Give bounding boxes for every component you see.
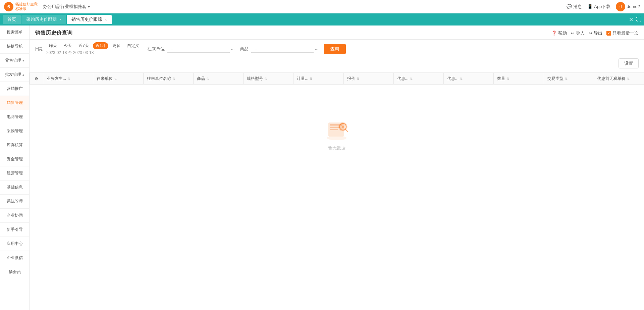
data-table: ⚙ 业务发生...⇅ 往来单位⇅ 往来单位名称⇅ 商品⇅	[30, 73, 644, 178]
sort-icon-partner-code: ⇅	[114, 77, 117, 81]
tab-close-all-icon[interactable]: ✕	[629, 16, 633, 23]
only-last-checkbox-label[interactable]: ✓ 只看最后一次	[606, 30, 639, 36]
sidebar-item-marketing[interactable]: 营销推广	[0, 82, 29, 96]
sort-icon-unit: ⇅	[310, 77, 312, 81]
sidebar-item-system[interactable]: 系统管理	[0, 195, 29, 209]
sidebar-item-search-menu[interactable]: 搜索菜单	[0, 25, 29, 40]
wholesale-label: 批发管理	[5, 72, 21, 78]
sort-icon-quote: ⇅	[357, 77, 359, 81]
sidebar-item-enterprise-collab[interactable]: 企业协同	[0, 209, 29, 223]
quick-nav-label: 快捷导航	[7, 44, 23, 49]
import-btn[interactable]: ↩ 导入	[571, 30, 585, 36]
partner-filter: 往来单位 ···	[147, 45, 234, 53]
goods-input-wrapper: ···	[251, 45, 318, 53]
date-tab-custom[interactable]: 自定义	[124, 42, 142, 49]
app-download-label: App下载	[594, 4, 610, 10]
th-settings[interactable]: ⚙	[30, 73, 43, 85]
th-transaction-type[interactable]: 交易类型⇅	[544, 73, 594, 85]
basic-info-label: 基础信息	[7, 185, 23, 190]
sidebar-item-finance[interactable]: 资金管理	[0, 152, 29, 166]
app-center-label: 应用中心	[7, 241, 23, 247]
sidebar-item-app-center[interactable]: 应用中心	[0, 237, 29, 251]
partner-dots-btn[interactable]: ···	[231, 47, 235, 52]
svg-line-7	[345, 129, 348, 132]
th-spec[interactable]: 规格型号⇅	[244, 73, 293, 85]
partner-label: 往来单位	[147, 46, 165, 52]
help-label: 帮助	[558, 30, 567, 36]
tab-bar: 首页 采购历史价跟踪 × 销售历史价跟踪 × ✕ ⛶	[0, 13, 644, 25]
sort-icon-spec: ⇅	[264, 77, 267, 81]
username: demo2	[627, 4, 640, 9]
sidebar-item-basic-info[interactable]: 基础信息	[0, 180, 29, 195]
th-quantity[interactable]: 数量⇅	[494, 73, 544, 85]
th-discount2[interactable]: 优惠...⇅	[444, 73, 494, 85]
sales-label: 销售管理	[7, 100, 23, 106]
date-tab-7days[interactable]: 近7天	[76, 42, 92, 49]
wholesale-arrow-icon: ▴	[22, 73, 24, 76]
message-btn[interactable]: 💬 消息	[567, 4, 582, 10]
date-tab-1month[interactable]: 近1月	[93, 42, 109, 49]
sidebar-item-beginner[interactable]: 新手引导	[0, 223, 29, 237]
tab-home[interactable]: 首页	[3, 15, 21, 24]
tab-purchase-close[interactable]: ×	[59, 17, 61, 21]
partner-input[interactable]	[167, 45, 229, 53]
avatar: d	[616, 2, 625, 11]
goods-dots-btn[interactable]: ···	[315, 47, 319, 52]
tab-purchase-label: 采购历史价跟踪	[26, 16, 57, 22]
sidebar-item-quick-nav[interactable]: 快捷导航	[0, 40, 29, 54]
th-partner-name[interactable]: 往来单位名称⇅	[143, 73, 193, 85]
th-quote[interactable]: 报价⇅	[343, 73, 393, 85]
date-filter: 日期 昨天 今天 近7天 近1月 更多 自定义 2023-02-18 至 202…	[35, 42, 142, 56]
only-last-checkbox[interactable]: ✓	[606, 31, 611, 36]
th-goods[interactable]: 商品⇅	[193, 73, 243, 85]
sidebar-item-retail[interactable]: 零售管理 ▾	[0, 54, 29, 68]
svg-point-8	[342, 126, 344, 128]
page-header: 销售历史价查询 ❓ 帮助 ↩ 导入 ↪ 导出 ✓ 只看最后一次	[30, 25, 644, 40]
empty-icon	[320, 111, 354, 145]
app-download-btn[interactable]: 📱 App下载	[587, 4, 610, 10]
app-selector[interactable]: 办公用品行业模拟账套 ▾	[40, 2, 93, 11]
help-btn[interactable]: ❓ 帮助	[551, 30, 567, 36]
goods-filter: 商品 ···	[240, 45, 318, 53]
tab-purchase-history[interactable]: 采购历史价跟踪 ×	[21, 15, 66, 24]
tab-sales-history[interactable]: 销售历史价跟踪 ×	[67, 15, 111, 24]
date-tab-today[interactable]: 今天	[61, 42, 74, 49]
goods-input[interactable]	[251, 45, 313, 53]
message-icon: 💬	[567, 4, 572, 9]
partner-input-wrapper: ···	[167, 45, 234, 53]
marketing-label: 营销推广	[7, 86, 23, 92]
top-bar-right: 💬 消息 📱 App下载 d demo2	[567, 2, 640, 11]
sidebar-item-operations[interactable]: 经营管理	[0, 166, 29, 180]
th-discount1[interactable]: 优惠...⇅	[393, 73, 443, 85]
enterprise-wechat-label: 企业微信	[7, 255, 23, 261]
sidebar-item-ecommerce[interactable]: 电商管理	[0, 110, 29, 124]
search-menu-label: 搜索菜单	[7, 30, 23, 35]
sidebar-item-wholesale[interactable]: 批发管理 ▴	[0, 68, 29, 82]
message-label: 消息	[573, 4, 582, 10]
logo-text: 畅捷信好生意 标准版	[15, 2, 38, 11]
th-partner-code[interactable]: 往来单位⇅	[93, 73, 143, 85]
beginner-label: 新手引导	[7, 227, 23, 232]
svg-rect-4	[330, 129, 338, 130]
export-btn[interactable]: ↪ 导出	[589, 30, 602, 36]
filter-second-row: 设置	[35, 58, 639, 68]
tab-maximize-icon[interactable]: ⛶	[636, 16, 641, 22]
date-tab-yesterday[interactable]: 昨天	[46, 42, 60, 49]
page-actions: ❓ 帮助 ↩ 导入 ↪ 导出 ✓ 只看最后一次	[551, 30, 639, 36]
sidebar: 搜索菜单 快捷导航 零售管理 ▾ 批发管理 ▴ 营销推广 销售管理 电商管理 采…	[0, 25, 30, 310]
sidebar-item-purchase[interactable]: 采购管理	[0, 124, 29, 138]
settings-button[interactable]: 设置	[619, 58, 639, 68]
top-bar: 6 畅捷信好生意 标准版 办公用品行业模拟账套 ▾ 💬 消息 📱 App下载 d…	[0, 0, 644, 13]
th-unit[interactable]: 计量...⇅	[293, 73, 343, 85]
date-tab-more[interactable]: 更多	[110, 42, 123, 49]
sidebar-item-member[interactable]: 畅会员	[0, 265, 29, 279]
user-area[interactable]: d demo2	[616, 2, 640, 11]
download-icon: 📱	[587, 4, 593, 9]
tab-sales-close[interactable]: ×	[105, 17, 107, 21]
sidebar-item-inventory[interactable]: 库存核算	[0, 138, 29, 152]
sidebar-item-sales[interactable]: 销售管理	[0, 96, 29, 110]
th-pretax-price[interactable]: 优惠前无税单价⇅	[594, 73, 644, 85]
sidebar-item-enterprise-wechat[interactable]: 企业微信	[0, 251, 29, 265]
th-date[interactable]: 业务发生...⇅	[43, 73, 93, 85]
search-button[interactable]: 查询	[324, 44, 346, 54]
